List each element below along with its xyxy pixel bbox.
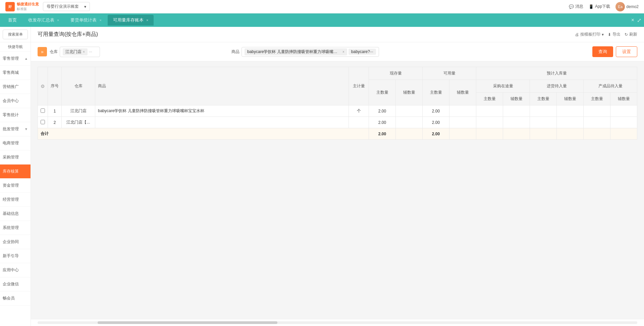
th-settings[interactable]: ⚙ bbox=[38, 67, 48, 105]
close-all-tabs-btn[interactable]: × bbox=[631, 17, 634, 24]
data-table: ⚙ 序号 仓库 商品 主计量 现存量 可用量 预计入库量 主数量 辅数量 主数量 bbox=[38, 67, 637, 140]
scrollbar-thumb[interactable] bbox=[98, 321, 277, 324]
query-btn[interactable]: 查询 bbox=[592, 46, 613, 57]
logo-text: 畅捷通好生意 标准版 bbox=[17, 2, 39, 11]
page-header: 可用量查询(按仓库+商品) 🖨 按模板打印 ▾ ⬇ 导出 ↻ 刷新 bbox=[31, 27, 644, 42]
cell-checkbox[interactable] bbox=[38, 117, 48, 128]
th-production-group: 产成品待入量 bbox=[584, 80, 637, 93]
message-action[interactable]: 💬 消息 bbox=[569, 4, 583, 9]
chevron-down-icon: ▾ bbox=[84, 4, 86, 9]
user-profile[interactable]: Ea demo2 bbox=[615, 2, 639, 11]
filter-area: » 仓库 江北门店 × ··· 商品 babycare学饮杯 儿童防摔防撞吸管杯… bbox=[31, 42, 644, 61]
warehouse-filter-group: 仓库 江北门店 × ··· bbox=[50, 47, 229, 57]
quick-nav-btn[interactable]: 快捷导航 bbox=[0, 42, 31, 52]
sidebar-item-member[interactable]: 会员中心 bbox=[0, 94, 31, 108]
table-footer bbox=[31, 319, 644, 326]
warehouse-tag: 江北门店 × bbox=[63, 48, 88, 55]
tab-recv-send[interactable]: 收发存汇总表 × bbox=[23, 15, 64, 26]
product-tag-0: babycare学饮杯 儿童防摔防撞吸管杯重力球吸嘴杯宝宝水杯 × bbox=[245, 48, 347, 55]
sidebar-item-finance[interactable]: 资金管理 bbox=[0, 179, 31, 193]
horizontal-scrollbar[interactable] bbox=[38, 321, 637, 324]
product-tag-1: babycare?··· bbox=[348, 49, 376, 55]
header-actions: 🖨 按模板打印 ▾ ⬇ 导出 ↻ 刷新 bbox=[575, 32, 637, 37]
sidebar-item-inventory[interactable]: 库存核算 bbox=[0, 165, 31, 179]
tab-available-stock[interactable]: 可用量库存账本 × bbox=[108, 15, 154, 26]
cell-stock-aux bbox=[396, 105, 423, 117]
sidebar-item-purchase[interactable]: 采购管理 bbox=[0, 150, 31, 165]
th-purchase-aux: 辅数量 bbox=[503, 93, 530, 105]
th-incoming-aux: 辅数量 bbox=[557, 93, 584, 105]
sidebar-item-retail-store[interactable]: 零售商城 bbox=[0, 66, 31, 80]
th-expected-group: 预计入库量 bbox=[476, 67, 637, 80]
filter-action-btns: 查询 设置 bbox=[592, 46, 637, 57]
sidebar-item-enterprise-wechat[interactable]: 企业微信 bbox=[0, 277, 31, 291]
summary-purchase-main bbox=[476, 128, 503, 140]
th-available-group: 可用量 bbox=[423, 67, 476, 80]
filter-more-icon[interactable]: ··· bbox=[89, 49, 92, 54]
cell-production-main bbox=[584, 117, 610, 128]
cell-available-aux bbox=[449, 117, 476, 128]
row-checkbox[interactable] bbox=[41, 120, 45, 124]
tab-close-icon[interactable]: × bbox=[146, 18, 148, 22]
product-input[interactable]: babycare学饮杯 儿童防摔防撞吸管杯重力球吸嘴杯宝宝水杯 × babyca… bbox=[241, 47, 379, 57]
tab-close-icon[interactable]: × bbox=[57, 18, 59, 22]
industry-selector[interactable]: 母婴行业演示账套 ▾ bbox=[43, 2, 90, 11]
refresh-action[interactable]: ↻ 刷新 bbox=[625, 32, 637, 37]
product-tag-close[interactable]: × bbox=[342, 50, 344, 54]
summary-purchase-aux bbox=[503, 128, 530, 140]
sidebar-item-wholesale-mgmt[interactable]: 批发管理 ▼ bbox=[0, 122, 31, 136]
search-menu-btn[interactable]: 搜索菜单 bbox=[3, 30, 28, 39]
top-bar-right: 💬 消息 📱 App下载 Ea demo2 bbox=[569, 2, 639, 11]
download-icon: 📱 bbox=[589, 4, 594, 9]
sidebar-item-ecommerce[interactable]: 电商管理 bbox=[0, 136, 31, 150]
app-download-action[interactable]: 📱 App下载 bbox=[589, 4, 610, 9]
nav-tabs: 首页 收发存汇总表 × 要货单统计表 × 可用量库存账本 × × ⤢ bbox=[0, 13, 644, 27]
warehouse-tag-close[interactable]: × bbox=[83, 50, 85, 54]
warehouse-input[interactable]: 江北门店 × ··· bbox=[60, 47, 100, 57]
sidebar-item-basic-info[interactable]: 基础信息 bbox=[0, 207, 31, 221]
cell-available-main: 2.00 bbox=[423, 105, 449, 117]
summary-available-aux bbox=[449, 128, 476, 140]
cell-checkbox[interactable] bbox=[38, 105, 48, 117]
tab-close-icon[interactable]: × bbox=[99, 18, 101, 22]
summary-stock-main: 2.00 bbox=[369, 128, 396, 140]
sidebar-item-operation[interactable]: 经营管理 bbox=[0, 193, 31, 207]
sidebar-item-vip[interactable]: 畅会员 bbox=[0, 291, 31, 306]
settings-btn[interactable]: 设置 bbox=[616, 46, 637, 57]
cell-incoming-aux bbox=[557, 105, 584, 117]
expand-btn[interactable]: ⤢ bbox=[637, 17, 641, 24]
product-label: 商品 bbox=[231, 49, 239, 55]
logo-icon: 好 bbox=[5, 2, 15, 11]
summary-available-main: 2.00 bbox=[423, 128, 449, 140]
nav-right-actions: × ⤢ bbox=[631, 17, 641, 24]
content-area: 可用量查询(按仓库+商品) 🖨 按模板打印 ▾ ⬇ 导出 ↻ 刷新 » bbox=[31, 27, 644, 326]
tab-order-stat[interactable]: 要货单统计表 × bbox=[65, 15, 107, 26]
sidebar-item-system[interactable]: 系统管理 bbox=[0, 221, 31, 235]
cell-production-main bbox=[584, 105, 610, 117]
cell-warehouse: 江北门店 bbox=[62, 105, 95, 117]
sidebar-item-enterprise[interactable]: 企业协同 bbox=[0, 235, 31, 249]
print-template-action[interactable]: 🖨 按模板打印 ▾ bbox=[575, 32, 604, 37]
filter-expand-btn[interactable]: » bbox=[38, 47, 47, 56]
sidebar-item-marketing[interactable]: 营销推广 bbox=[0, 80, 31, 94]
cell-incoming-main bbox=[530, 117, 557, 128]
sidebar-item-new-guide[interactable]: 新手引导 bbox=[0, 249, 31, 263]
sidebar-item-app-center[interactable]: 应用中心 bbox=[0, 263, 31, 277]
chevron-down-icon: ▾ bbox=[602, 32, 604, 37]
summary-incoming-main bbox=[530, 128, 557, 140]
tab-home[interactable]: 首页 bbox=[3, 15, 22, 26]
row-checkbox[interactable] bbox=[41, 108, 45, 113]
sidebar-item-retail-stat[interactable]: 零售统计 bbox=[0, 108, 31, 122]
summary-incoming-aux bbox=[557, 128, 584, 140]
cell-incoming-aux bbox=[557, 117, 584, 128]
warehouse-label: 仓库 bbox=[50, 49, 58, 55]
table-row: 1 江北门店 babycare学饮杯 儿童防摔防撞吸管杯重力球吸嘴杯宝宝水杯 个… bbox=[38, 105, 637, 117]
sidebar-item-retail-mgmt[interactable]: 零售管理 ▲ bbox=[0, 52, 31, 66]
summary-production-main bbox=[584, 128, 610, 140]
th-incoming-main: 主数量 bbox=[530, 93, 557, 105]
cell-warehouse: 江北门店【... bbox=[62, 117, 95, 128]
th-available-main: 主数量 bbox=[423, 80, 449, 105]
export-action[interactable]: ⬇ 导出 bbox=[608, 32, 621, 37]
summary-row: 合计 2.00 2.00 bbox=[38, 128, 637, 140]
table-container[interactable]: ⚙ 序号 仓库 商品 主计量 现存量 可用量 预计入库量 主数量 辅数量 主数量 bbox=[31, 61, 644, 319]
